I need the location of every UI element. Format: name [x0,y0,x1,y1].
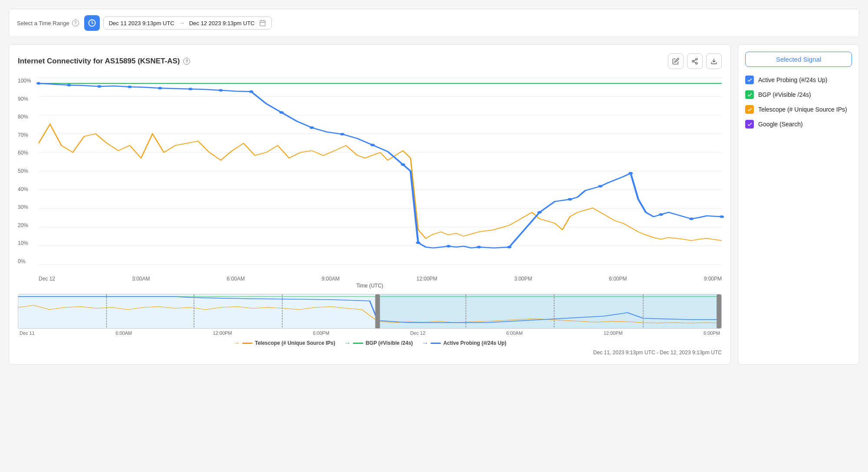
signal-item-google[interactable]: Google (Search) [745,120,852,129]
svg-line-8 [694,62,696,63]
share-icon [691,58,698,65]
svg-point-35 [416,241,420,244]
signal-item-bgp[interactable]: BGP (#Visible /24s) [745,90,852,99]
date-range-label: Dec 11, 2023 9:13pm UTC - Dec 12, 2023 9… [18,350,722,356]
svg-point-41 [598,185,602,188]
svg-point-28 [218,89,223,92]
mini-chart-labels: Dec 11 6:00AM 12:00PM 6:00PM Dec 12 6:00… [18,330,722,336]
svg-point-22 [36,82,41,85]
signal-item-telescope[interactable]: Telescope (# Unique Source IPs) [745,105,852,114]
svg-point-37 [477,246,481,248]
signal-checkbox-google [745,120,754,129]
calendar-icon[interactable] [259,20,266,26]
svg-point-25 [128,86,132,88]
edit-icon [672,58,679,65]
time-range-arrow: → [179,20,185,26]
edit-button[interactable] [668,53,684,69]
signal-label-telescope: Telescope (# Unique Source IPs) [758,106,847,113]
time-range-label: Select a Time Range [17,20,69,26]
svg-point-36 [446,245,450,248]
svg-point-23 [67,84,71,86]
x-axis-title: Time (UTC) [18,283,722,289]
svg-point-30 [279,111,283,114]
svg-rect-46 [378,294,721,329]
signal-checkbox-bgp [745,90,754,99]
svg-point-43 [659,213,663,216]
svg-rect-54 [375,294,380,329]
chart-plot-area [39,78,722,264]
svg-point-34 [401,163,405,166]
svg-point-45 [720,215,724,218]
svg-point-39 [537,211,542,214]
selected-signal-button[interactable]: Selected Signal [745,52,852,67]
legend-telescope: → Telescope (# Unique Source IPs) [233,339,335,347]
share-button[interactable] [687,53,703,69]
chart-help-icon[interactable]: ? [183,58,190,65]
svg-point-7 [696,63,697,64]
svg-point-31 [309,126,314,129]
y-axis: 0% 10% 20% 30% 40% 50% 60% 70% 80% 90% 1… [18,78,37,264]
check-icon-telescope [747,107,753,112]
svg-point-44 [689,218,694,220]
time-range-end: Dec 12 2023 9:13pm UTC [189,20,255,26]
signal-label-bgp: BGP (#Visible /24s) [758,91,811,98]
svg-point-40 [568,198,572,201]
download-button[interactable] [706,53,722,69]
svg-point-6 [692,60,694,62]
check-icon-google [747,122,753,127]
svg-rect-1 [260,21,265,26]
time-range-calendar-button[interactable] [84,15,100,31]
svg-point-27 [188,88,193,90]
mini-chart[interactable] [18,294,722,329]
svg-point-24 [97,85,102,88]
legend-bgp: → BGP (#Visible /24s) [344,339,413,347]
svg-point-5 [696,58,697,60]
svg-point-33 [370,144,375,146]
signal-label-google: Google (Search) [758,121,803,128]
time-range-start: Dec 11 2023 9:13pm UTC [109,20,174,26]
signal-list: Active Probing (#/24s Up) BGP (#Visible … [745,76,852,129]
x-axis: Dec 12 3:00AM 6:00AM 9:00AM 12:00PM 3:00… [39,273,722,282]
download-icon [710,58,717,65]
svg-line-9 [694,59,696,61]
signal-label-active-probing: Active Probing (#/24s Up) [758,76,828,83]
signal-checkbox-active-probing [745,76,754,84]
time-range-help-icon[interactable]: ? [72,20,79,26]
svg-point-26 [158,87,162,89]
check-icon-bgp [747,92,753,98]
svg-point-29 [249,90,253,93]
svg-point-32 [340,133,344,135]
signal-panel: Selected Signal Active Probing (#/24s Up… [738,44,859,365]
legend-active-probing: → Active Probing (#/24s Up) [421,339,506,347]
chart-title: Internet Connectivity for AS15895 (KSNET… [18,57,180,66]
check-icon [747,77,753,83]
signal-checkbox-telescope [745,105,754,114]
chart-legend: → Telescope (# Unique Source IPs) → BGP … [18,339,722,347]
signal-item-active-probing[interactable]: Active Probing (#/24s Up) [745,76,852,84]
svg-point-38 [507,246,511,248]
svg-rect-55 [717,294,721,329]
svg-point-42 [628,172,633,175]
clock-icon [88,19,96,27]
